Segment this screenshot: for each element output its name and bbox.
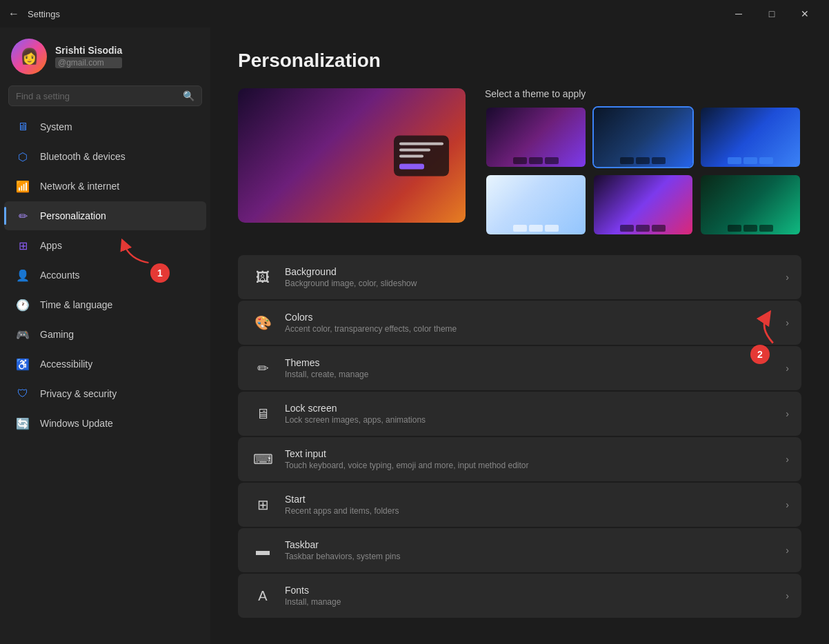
search-input[interactable] [16, 91, 177, 101]
sidebar-item-accessibility[interactable]: ♿Accessibility [4, 350, 206, 379]
nav-icon-apps: ⊞ [15, 238, 30, 253]
settings-icon-fonts: A [250, 583, 275, 608]
taskbar-dot [728, 225, 741, 232]
nav-icon-bluetooth: ⬡ [15, 149, 30, 164]
settings-desc-colors: Accent color, transparency effects, colo… [285, 324, 780, 334]
theme-section: Select a theme to apply [238, 88, 801, 236]
sidebar: 👩 Srishti Sisodia @gmail.com 🔍 🖥System⬡B… [0, 28, 210, 644]
sidebar-item-time[interactable]: 🕐Time & language [4, 290, 206, 319]
settings-title-start: Start [285, 494, 780, 505]
nav-label-gaming: Gaming [40, 329, 74, 340]
settings-icon-text-input: ⌨ [250, 447, 275, 472]
theme-thumb-t3[interactable] [699, 106, 801, 168]
settings-item-fonts[interactable]: AFontsInstall, manage› [238, 574, 801, 618]
nav-icon-time: 🕐 [15, 297, 30, 312]
settings-icon-taskbar: ▬ [250, 538, 275, 563]
main-content: Personalization Select a theme to apply … [210, 28, 829, 644]
settings-item-colors[interactable]: 🎨ColorsAccent color, transparency effect… [238, 301, 801, 345]
settings-item-background[interactable]: 🖼BackgroundBackground image, color, slid… [238, 255, 801, 299]
sidebar-item-gaming[interactable]: 🎮Gaming [4, 320, 206, 349]
sidebar-nav: 🖥System⬡Bluetooth & devices📶Network & in… [0, 112, 210, 439]
taskbar-dot [652, 157, 666, 164]
settings-icon-themes: ✏ [250, 356, 275, 381]
sidebar-item-personalization[interactable]: ✏Personalization [4, 201, 206, 230]
settings-item-start[interactable]: ⊞StartRecent apps and items, folders› [238, 483, 801, 527]
nav-icon-accessibility: ♿ [15, 356, 30, 372]
taskbar-dot [759, 157, 773, 164]
sidebar-item-system[interactable]: 🖥System [4, 112, 206, 141]
settings-desc-lock-screen: Lock screen images, apps, animations [285, 415, 780, 425]
theme-inner-t6 [701, 175, 800, 234]
settings-icon-colors: 🎨 [250, 310, 275, 335]
sidebar-item-windows-update[interactable]: 🔄Windows Update [4, 409, 206, 438]
theme-inner-t1 [486, 108, 586, 167]
settings-item-themes[interactable]: ✏ThemesInstall, create, manage› [238, 346, 801, 390]
theme-taskbar-t6 [701, 222, 800, 234]
settings-text-colors: ColorsAccent color, transparency effects… [285, 312, 780, 334]
settings-item-lock-screen[interactable]: 🖥Lock screenLock screen images, apps, an… [238, 392, 801, 436]
settings-title-text-input: Text input [285, 448, 780, 459]
theme-thumb-t6[interactable] [699, 174, 801, 236]
user-email: @gmail.com [55, 57, 122, 68]
settings-text-themes: ThemesInstall, create, manage [285, 357, 780, 379]
taskbar-dot [636, 225, 650, 232]
theme-select-label: Select a theme to apply [485, 88, 801, 99]
chevron-icon-background: › [786, 272, 789, 283]
sidebar-item-apps[interactable]: ⊞Apps [4, 231, 206, 260]
nav-icon-privacy: 🛡 [15, 386, 30, 401]
settings-text-background: BackgroundBackground image, color, slide… [285, 266, 780, 288]
taskbar-dot [529, 225, 543, 232]
taskbar-dot [545, 225, 559, 232]
theme-thumb-t1[interactable] [485, 106, 587, 168]
user-profile: 👩 Srishti Sisodia @gmail.com [0, 28, 210, 83]
settings-item-text-input[interactable]: ⌨Text inputTouch keyboard, voice typing,… [238, 437, 801, 481]
settings-desc-background: Background image, color, slideshow [285, 279, 780, 288]
theme-inner-t3 [701, 108, 800, 167]
theme-taskbar-t3 [701, 154, 800, 167]
nav-icon-accounts: 👤 [15, 268, 30, 283]
taskbar-dot [636, 157, 650, 164]
nav-label-windows-update: Windows Update [40, 418, 113, 429]
theme-preview [238, 88, 466, 223]
theme-inner-t4 [486, 175, 586, 234]
chevron-icon-start: › [786, 499, 789, 510]
chevron-icon-text-input: › [786, 454, 789, 465]
maximize-button[interactable]: □ [756, 3, 788, 25]
preview-taskbar [394, 135, 449, 176]
theme-taskbar-t2 [594, 154, 693, 167]
settings-icon-start: ⊞ [250, 492, 275, 517]
nav-label-personalization: Personalization [40, 210, 106, 221]
taskbar-dot [743, 225, 757, 232]
close-button[interactable]: ✕ [789, 3, 821, 25]
settings-item-taskbar[interactable]: ▬TaskbarTaskbar behaviors, system pins› [238, 528, 801, 572]
sidebar-item-accounts[interactable]: 👤Accounts [4, 261, 206, 290]
theme-thumb-t4[interactable] [485, 174, 587, 236]
nav-label-accounts: Accounts [40, 270, 80, 281]
nav-icon-gaming: 🎮 [15, 327, 30, 342]
sidebar-item-network[interactable]: 📶Network & internet [4, 172, 206, 201]
taskbar-dot [513, 157, 527, 164]
search-icon: 🔍 [183, 90, 194, 101]
search-box[interactable]: 🔍 [8, 85, 202, 106]
theme-taskbar-t4 [486, 222, 586, 234]
nav-label-time: Time & language [40, 299, 112, 310]
titlebar: ← Settings ─ □ ✕ [0, 0, 829, 28]
titlebar-title: Settings [28, 9, 60, 19]
sidebar-item-privacy[interactable]: 🛡Privacy & security [4, 379, 206, 408]
settings-text-text-input: Text inputTouch keyboard, voice typing, … [285, 448, 780, 470]
minimize-button[interactable]: ─ [723, 3, 755, 25]
preview-btn [399, 163, 424, 169]
theme-thumb-t2[interactable] [592, 106, 695, 168]
nav-label-system: System [40, 121, 72, 132]
theme-thumb-t5[interactable] [592, 174, 695, 236]
back-button[interactable]: ← [8, 8, 19, 20]
chevron-icon-fonts: › [786, 590, 789, 601]
settings-title-taskbar: Taskbar [285, 539, 780, 550]
taskbar-dot [529, 157, 543, 164]
user-name: Srishti Sisodia [55, 45, 122, 56]
nav-label-bluetooth: Bluetooth & devices [40, 151, 126, 162]
nav-label-apps: Apps [40, 240, 62, 251]
settings-desc-text-input: Touch keyboard, voice typing, emoji and … [285, 461, 780, 470]
preview-line-3 [399, 154, 423, 157]
sidebar-item-bluetooth[interactable]: ⬡Bluetooth & devices [4, 142, 206, 171]
